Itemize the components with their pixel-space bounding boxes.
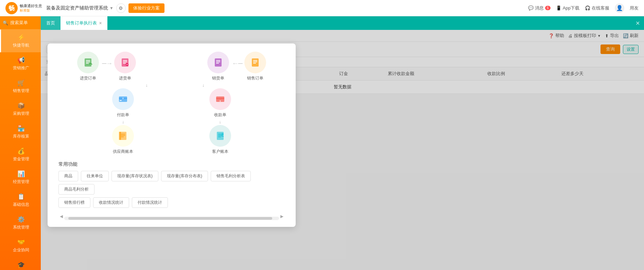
service-icon: 🎧 [585,5,590,11]
sales-order-tab-label: 销售订单执行表 [66,20,97,26]
common-functions-title: 常用功能 [58,161,285,167]
system-icon: ⚙️ [17,216,25,223]
supplier-ledger-icon [112,125,134,147]
sidebar-item-operations[interactable]: 📊 经营管理 [0,166,41,189]
receipt-icon: ¥ [209,88,231,110]
message-icon: 💬 [528,5,534,11]
svg-point-34 [222,133,224,135]
scroll-left-icon[interactable]: ◀ [58,214,64,219]
avatar[interactable]: 👤 [615,3,624,13]
flow-sales-bill[interactable]: 销货单 [207,52,229,81]
collab-icon: 🤝 [17,238,25,246]
sidebar-item-collab[interactable]: 🤝 企业协同 [0,234,41,257]
svg-rect-29 [119,132,121,140]
svg-rect-10 [215,58,222,67]
sidebar-item-sales[interactable]: 🛒 销售管理 [0,75,41,98]
sidebar-item-finance[interactable]: 💰 资金管理 [0,143,41,166]
func-btn-stock-status[interactable]: 现存量(库存状况表) [111,171,158,181]
popup-box: 进货订单 - - - → [48,43,296,227]
trial-button[interactable]: 体验行业方案 [128,3,164,13]
system-title: 装备及固定资产辅助管理系统 [46,5,108,11]
popup-scrollbar-thumb [68,217,272,220]
flow-receipt[interactable]: ¥ 收款单 [209,88,231,118]
func-btn-product-profit[interactable]: 商品毛利分析 [58,184,94,195]
online-service-action[interactable]: 🎧 在线客服 [585,5,609,11]
logo-text: 畅康通好生意 标准版 [20,3,42,13]
sidebar-item-system[interactable]: ⚙️ 系统管理 [0,212,41,234]
flow-purchase-order[interactable]: 进货订单 [77,52,99,81]
flow-customer-ledger[interactable]: 客户账本 [209,125,231,155]
inventory-icon: 🏪 [17,125,25,132]
marketing-icon: 📢 [17,56,25,64]
func-buttons-row2: 销售排行榜 收款情况统计 付款情况统计 [58,197,285,208]
arrow-h1: - - - → [102,59,111,73]
sales-bill-icon [207,52,229,73]
sidebar-item-quick-nav[interactable]: ⚡ 快捷导航 [0,30,41,52]
basic-info-icon: 📋 [17,193,25,200]
home-tab-label: 首页 [46,20,55,26]
sidebar-item-purchase[interactable]: 📦 采购管理 [0,98,41,121]
sidebar-item-marketing[interactable]: 📢 营销推广 [0,52,41,75]
finance-icon: 💰 [17,147,25,155]
flow-purchase-bill[interactable]: 进货单 [114,52,136,81]
username: 用友 [630,5,639,11]
top-bar: 畅 畅康通好生意 标准版 装备及固定资产辅助管理系统 ▼ ⚙ 体验行业方案 💬 … [0,0,644,16]
top-bar-middle: 装备及固定资产辅助管理系统 ▼ ⚙ 体验行业方案 [46,3,528,13]
guide-icon: 🎓 [17,261,25,269]
chevron-down-icon: ▼ [109,6,114,11]
quick-nav-icon: ⚡ [17,34,25,41]
page-content: ❓ 帮助 🖨 按模板打印 ▼ ⬆ 导出 🔄 刷新 [41,30,644,270]
svg-rect-0 [85,58,91,67]
tab-home[interactable]: 首页 [41,16,60,30]
svg-rect-20 [120,100,122,101]
arrow-v-row2: ↓ ↓ [58,119,285,124]
func-btn-payment-stat[interactable]: 付款情况统计 [132,197,168,208]
func-btn-stock-dist[interactable]: 现存量(库存分布表) [161,171,208,181]
flow-payment[interactable]: ¥ 付款单 [112,88,134,118]
popup-scrollbar[interactable] [64,217,279,220]
svg-text:¥: ¥ [219,100,221,103]
tab-bar: 首页 销售订单执行表 ✕ ✕ [41,16,644,30]
flow-row2: ¥ 付款单 [58,88,285,118]
func-btn-customer-vendor[interactable]: 往来单位 [81,171,109,181]
sidebar-item-inventory[interactable]: 🏪 库存核算 [0,121,41,143]
func-buttons-row1: 商品 往来单位 现存量(库存状况表) 现存量(库存分布表) 销售毛利分析表 商品… [58,171,285,195]
payment-icon: ¥ [112,88,134,110]
download-icon: 📱 [556,5,561,11]
flow-diagram: 进货订单 - - - → [58,52,285,155]
main-layout: 🔍 搜索菜单 ⚡ 快捷导航 📢 营销推广 🛒 销售管理 📦 采购管理 🏪 [0,16,644,270]
logo-icon: 畅 [5,2,18,14]
arrow-v-row1: ↓ ↓ [58,83,285,88]
operations-icon: 📊 [17,170,25,178]
tab-bar-close-icon[interactable]: ✕ [636,20,644,26]
svg-text:¥: ¥ [122,97,124,100]
tab-close-icon[interactable]: ✕ [99,21,102,25]
func-btn-sales-rank[interactable]: 销售排行榜 [58,197,90,208]
func-btn-product[interactable]: 商品 [58,171,78,181]
func-btn-receipt-stat[interactable]: 收款情况统计 [93,197,129,208]
logo-area: 畅 畅康通好生意 标准版 [5,2,46,14]
customer-ledger-icon [209,125,231,147]
popup-scrollbar-wrap: ◀ ▶ [58,213,285,220]
common-functions: 常用功能 商品 往来单位 现存量(库存状况表) 现存量(库存分布表) 销售毛利分… [58,161,285,208]
flow-supplier-ledger[interactable]: 供应商账本 [112,125,134,155]
sales-icon: 🛒 [17,79,25,87]
flow-sales-order[interactable]: 销售订单 [244,52,266,81]
message-badge: 6 [545,6,551,10]
message-action[interactable]: 💬 消息 6 [528,5,551,11]
settings-icon[interactable]: ⚙ [116,3,126,13]
func-btn-sales-profit[interactable]: 销售毛利分析表 [211,171,251,181]
popup-overlay: 进货订单 - - - → [41,30,644,270]
sidebar-search[interactable]: 🔍 搜索菜单 [0,16,41,30]
search-icon: 🔍 [3,20,8,25]
app-download-action[interactable]: 📱 App下载 [556,5,579,11]
sidebar-item-basic-info[interactable]: 📋 基础信息 [0,189,41,212]
sales-order-icon [244,52,266,73]
sidebar-item-guide[interactable]: 🎓 新手引导 [0,257,41,270]
flow-row3: 供应商账本 [58,125,285,155]
content-area: 首页 销售订单执行表 ✕ ✕ ❓ 帮助 🖨 按 [41,16,644,270]
tab-sales-order-exec[interactable]: 销售订单执行表 ✕ [60,16,107,30]
scroll-right-icon[interactable]: ▶ [279,214,285,219]
svg-rect-14 [252,58,259,67]
system-title-dropdown[interactable]: 装备及固定资产辅助管理系统 ▼ [46,5,114,11]
